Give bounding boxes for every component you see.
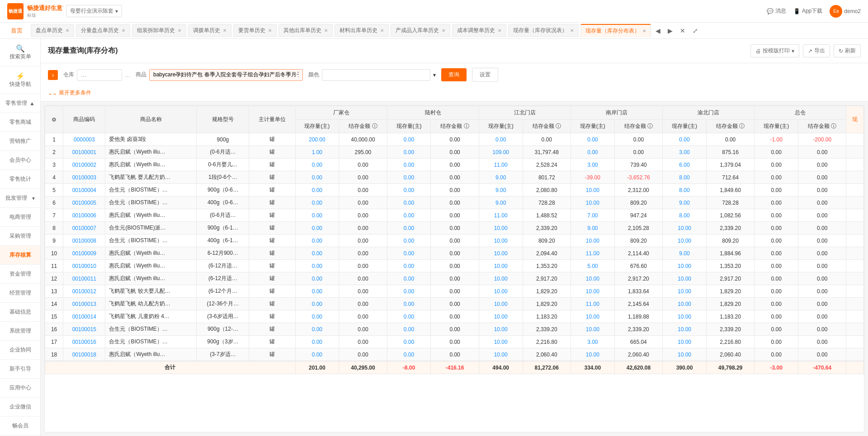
- sidebar-item-retail[interactable]: 零售管理 ▲: [0, 94, 40, 113]
- tab-yaohuo[interactable]: 要货单历史 ✕: [233, 24, 277, 37]
- sidebar-item-system[interactable]: 系统管理: [0, 322, 40, 341]
- query-btn[interactable]: 查询: [441, 68, 467, 81]
- tab-cailiao[interactable]: 材料出库单历史 ✕: [335, 24, 389, 37]
- industry-dropdown[interactable]: 母婴行业演示陈套 ▾: [66, 5, 122, 17]
- sidebar-item-guide[interactable]: 新手引导: [0, 360, 40, 379]
- cell-cur: [846, 184, 864, 197]
- sidebar-item-apps[interactable]: 应用中心: [0, 379, 40, 398]
- chevron-down-icon: ⌄⌄: [48, 90, 57, 96]
- cell-na-amt: 809.20: [614, 197, 662, 209]
- cell-unit: 罐: [249, 222, 295, 234]
- tab-diaobuo[interactable]: 调拨单历史 ✕: [188, 24, 231, 37]
- tab-chengben[interactable]: 成本调整单历史 ✕: [452, 24, 506, 37]
- page-header: 现存量查询(库存分布) 🖨 按模版打印 ▾ ↗ 导出 ↻ 刷新: [41, 39, 868, 63]
- tab-chengpin[interactable]: 产成品入库单历史 ✕: [391, 24, 450, 37]
- tab-xiancun-dist[interactable]: 现存量（库存分布表） ✕: [580, 24, 651, 38]
- warehouse-input[interactable]: [77, 69, 122, 81]
- col-header-gear[interactable]: ⚙: [45, 106, 63, 133]
- tab-home[interactable]: 首页: [4, 23, 30, 38]
- sidebar-item-nav[interactable]: ⚡ 快捷导航: [0, 66, 40, 94]
- sidebar-item-collab[interactable]: 企业协同: [0, 341, 40, 360]
- chevron-down-icon: ▾: [433, 72, 436, 78]
- cell-total-amt: 0.00: [798, 310, 846, 323]
- cell-index: 5: [45, 184, 63, 197]
- sidebar-item-retail-stats[interactable]: 零售统计: [0, 170, 40, 189]
- cell-jb-amt: 809.20: [523, 234, 571, 247]
- tab-close-3[interactable]: ✕: [223, 28, 226, 33]
- sidebar-item-finance[interactable]: 资金管理: [0, 265, 40, 284]
- cell-lc-qty: 0.00: [387, 310, 431, 323]
- sidebar-item-basic[interactable]: 基础信息: [0, 303, 40, 322]
- cell-code: 00100003: [63, 171, 105, 184]
- cell-na-amt: 0.00: [614, 133, 662, 146]
- user-avatar[interactable]: Ea demo2: [830, 5, 861, 18]
- tab-pandian[interactable]: 盘点单历史 ✕: [31, 24, 74, 37]
- sidebar-item-wechat[interactable]: 企业微信: [0, 398, 40, 417]
- messages-btn[interactable]: 💬 消息: [767, 7, 786, 15]
- sidebar-item-member2[interactable]: 畅会员: [0, 417, 40, 436]
- tab-xiancun-status[interactable]: 现存量（库存状况表） ✕: [508, 24, 579, 37]
- tab-nav-left[interactable]: ◀: [652, 25, 664, 36]
- cell-yb-qty: 10.00: [663, 310, 707, 323]
- cell-yb-amt: 1,379.04: [706, 159, 754, 171]
- tab-close-9[interactable]: ✕: [570, 28, 574, 33]
- tab-close-7[interactable]: ✕: [442, 28, 445, 33]
- expand-more-btn[interactable]: ⌄⌄ 展开更多条件: [48, 89, 91, 97]
- cell-spec: (0-6月适…: [197, 146, 249, 159]
- goods-input[interactable]: [149, 69, 303, 81]
- cell-lc-amt: 0.00: [431, 133, 479, 146]
- cell-spec: 900g: [197, 133, 249, 146]
- tab-close-8[interactable]: ✕: [498, 28, 501, 33]
- cell-na-amt: 809.20: [614, 234, 662, 247]
- cell-na-qty: 10.00: [571, 285, 614, 298]
- cell-factory-qty: 0.00: [295, 336, 339, 348]
- cell-index: 8: [45, 222, 63, 234]
- cell-total-amt: 0.00: [798, 260, 846, 272]
- sidebar-item-inventory[interactable]: 库存核算: [0, 246, 40, 265]
- table-row: 2 00100001 惠氏启赋（Wyeth illu… (0-6月适… 罐 1.…: [45, 146, 864, 159]
- cell-jb-qty: 11.00: [479, 209, 523, 222]
- sidebar-item-search[interactable]: 🔍 搜索英单: [0, 39, 40, 66]
- cell-yb-qty: 10.00: [663, 348, 707, 361]
- tab-close-5[interactable]: ✕: [324, 28, 328, 33]
- cell-yb-amt: 809.20: [706, 234, 754, 247]
- print-btn[interactable]: 🖨 按模版打印 ▾: [750, 44, 799, 57]
- export-btn[interactable]: ↗ 导出: [803, 44, 830, 57]
- sidebar-item-wholesale[interactable]: 批发管理 ▾: [0, 189, 40, 208]
- cell-na-amt: 2,339.20: [614, 323, 662, 336]
- tab-close-1[interactable]: ✕: [122, 28, 125, 33]
- tab-close-4[interactable]: ✕: [268, 28, 272, 33]
- print-icon: 🖨: [755, 48, 761, 54]
- cell-factory-qty: 0.00: [295, 272, 339, 285]
- sidebar-item-mall[interactable]: 零售商城: [0, 113, 40, 132]
- refresh-btn[interactable]: ↻ 刷新: [834, 44, 861, 57]
- tab-close-0[interactable]: ✕: [66, 28, 69, 33]
- tab-close-10[interactable]: ✕: [642, 28, 646, 33]
- cell-spec: 900g（3岁…: [197, 336, 249, 348]
- sidebar-item-member[interactable]: 会员中心: [0, 151, 40, 170]
- settings-btn[interactable]: 设置: [472, 68, 498, 82]
- color-input[interactable]: [322, 69, 430, 81]
- col-header-total: 总仓: [755, 106, 846, 120]
- cell-na-amt: 2,312.00: [614, 184, 662, 197]
- tab-fenpan[interactable]: 分量盘点单历史 ✕: [76, 24, 130, 37]
- sidebar-item-purchase[interactable]: 采购管理: [0, 227, 40, 246]
- cell-code: 00100018: [63, 348, 105, 361]
- cell-unit: 罐: [249, 159, 295, 171]
- cell-total-qty: 0.00: [755, 323, 798, 336]
- cell-lc-qty: 0.00: [387, 159, 431, 171]
- tab-close-6[interactable]: ✕: [380, 28, 384, 33]
- sidebar-item-ecommerce[interactable]: 电商管理: [0, 208, 40, 227]
- tab-qitachuku[interactable]: 其他出库单历史 ✕: [278, 24, 333, 37]
- expand-sidebar-btn[interactable]: ›: [48, 70, 58, 80]
- tab-nav-right[interactable]: ▶: [664, 25, 676, 36]
- sidebar-item-operations[interactable]: 经营管理: [0, 284, 40, 303]
- tab-close-all[interactable]: ✕: [676, 25, 689, 36]
- tab-expand[interactable]: ⤢: [689, 25, 702, 36]
- tab-zuzhuang[interactable]: 组装拆卸单历史 ✕: [132, 24, 186, 37]
- sidebar-item-marketing[interactable]: 营销推广: [0, 132, 40, 151]
- col-yb-amt: 结存金额 ⓘ: [706, 120, 754, 133]
- app-download-btn[interactable]: 📱 App下载: [793, 7, 822, 15]
- cell-lc-amt: 0.00: [431, 348, 479, 361]
- tab-close-2[interactable]: ✕: [178, 28, 181, 33]
